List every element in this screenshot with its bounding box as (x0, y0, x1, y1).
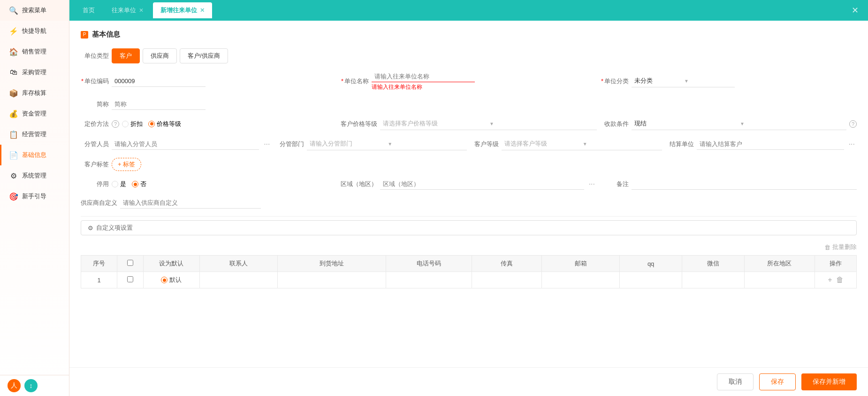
disabled-yes-radio[interactable]: 是 (112, 180, 126, 188)
manager-more-icon[interactable]: ··· (262, 140, 272, 148)
qq-input[interactable] (637, 277, 665, 284)
payment-terms-select[interactable]: 现结 ▼ (632, 117, 846, 130)
department-label: 分管部门 (276, 140, 304, 148)
department-placeholder: 请输入分管部门 (310, 140, 386, 148)
pricing-help-icon[interactable]: ? (112, 120, 119, 128)
unit-type-customer-btn[interactable]: 客户 (112, 48, 140, 63)
remark-group: 备注 (601, 179, 857, 190)
disabled-no-label: 否 (140, 180, 146, 188)
col-default: 设为默认 (144, 256, 200, 272)
unit-type-both-btn[interactable]: 客户/供应商 (180, 48, 228, 63)
tab-unit-list-close[interactable]: ✕ (139, 7, 144, 14)
unit-code-group: 单位编码 (81, 76, 337, 87)
cell-address (277, 272, 386, 288)
pricing-discount-circle (122, 121, 129, 127)
user-avatar[interactable]: 人 (8, 379, 21, 392)
sidebar-item-label: 快捷导航 (22, 27, 46, 35)
default-radio[interactable]: 默认 (148, 276, 195, 284)
save-button[interactable]: 保存 (759, 373, 796, 390)
sidebar-item-basic-info[interactable]: 📄 基础信息 (0, 145, 69, 165)
department-arrow-icon: ▼ (388, 141, 464, 147)
window-close-icon[interactable]: ✕ (848, 3, 862, 17)
disabled-no-radio[interactable]: 否 (132, 180, 146, 188)
payment-terms-group: 收款条件 现结 ▼ ? (601, 117, 857, 130)
short-name-group: 简称 (81, 99, 857, 110)
region-label: 区域（地区） (341, 180, 377, 188)
sidebar-item-system[interactable]: ⚙ 系统管理 (0, 165, 69, 186)
unit-category-select[interactable]: 未分类 ▼ (632, 75, 735, 87)
contact-input[interactable] (220, 277, 257, 284)
sidebar-item-sales[interactable]: 🏠 销售管理 (0, 41, 69, 62)
cell-seq: 1 (81, 272, 117, 288)
sidebar-item-operations[interactable]: 📋 经营管理 (0, 124, 69, 145)
fax-input[interactable] (490, 277, 523, 284)
remark-label: 备注 (601, 180, 629, 188)
customer-level-select[interactable]: 请选择客户等级 ▼ (502, 138, 662, 150)
table-header: 序号 设为默认 联系人 到货地址 电话号码 传真 邮箱 qq 微信 所在地区 操… (81, 256, 857, 272)
col-seq: 序号 (81, 256, 117, 272)
region-cell-input[interactable] (763, 277, 796, 284)
disabled-no-circle (132, 181, 138, 187)
save-new-button[interactable]: 保存并新增 (801, 373, 857, 390)
remark-input[interactable] (632, 179, 857, 190)
sidebar-item-quick-nav[interactable]: ⚡ 快捷导航 (0, 21, 69, 41)
sidebar-item-purchase[interactable]: 🛍 采购管理 (0, 62, 69, 83)
row-checkbox[interactable] (127, 276, 133, 282)
settlement-unit-more-icon[interactable]: ··· (847, 140, 857, 148)
short-name-input[interactable] (112, 99, 206, 110)
gear-icon: ⚙ (9, 171, 18, 180)
col-checkbox (117, 256, 144, 272)
sidebar-item-search[interactable]: 🔍 搜索菜单 (0, 0, 69, 21)
pricing-radio-group: 折扣 价格等级 (122, 120, 181, 128)
department-group: 分管部门 请输入分管部门 ▼ (276, 138, 467, 150)
manager-input[interactable] (112, 139, 259, 150)
select-all-checkbox[interactable] (127, 260, 133, 266)
unit-type-label: 单位类型 (81, 52, 109, 60)
section-header: P 基本信息 (81, 30, 857, 39)
unit-name-input[interactable] (372, 71, 475, 82)
price-level-select[interactable]: 请选择客户价格等级 ▼ (380, 117, 597, 130)
sidebar-item-finance[interactable]: 💰 资金管理 (0, 103, 69, 124)
unit-category-group: 单位分类 未分类 ▼ (601, 75, 857, 87)
unit-type-supplier-btn[interactable]: 供应商 (143, 48, 177, 63)
customer-level-label: 客户等级 (471, 140, 499, 148)
add-tag-button[interactable]: + 标签 (112, 158, 141, 171)
table-body: 1 默认 (81, 272, 857, 288)
address-input[interactable] (304, 277, 360, 284)
supplier-custom-input[interactable] (120, 197, 261, 209)
email-input[interactable] (562, 277, 600, 284)
wechat-input[interactable] (699, 277, 727, 284)
payment-terms-help-icon[interactable]: ? (849, 120, 857, 128)
unit-type-buttons: 客户 供应商 客户/供应商 (112, 48, 228, 63)
add-row-icon[interactable]: + (828, 276, 832, 284)
customer-tag-group: 客户标签 + 标签 (81, 158, 857, 171)
tab-add-unit[interactable]: 新增往来单位 ✕ (153, 2, 212, 18)
delete-row-icon[interactable]: 🗑 (836, 276, 844, 284)
supplier-custom-group: 供应商自定义 (81, 197, 857, 209)
tab-add-unit-close[interactable]: ✕ (200, 7, 205, 14)
bag-icon: 🛍 (9, 68, 18, 77)
unit-name-input-wrapper: 请输入往来单位名称 (372, 71, 597, 91)
tab-home[interactable]: 首页 (75, 2, 102, 18)
region-more-icon[interactable]: ··· (587, 180, 597, 188)
pricing-discount-radio[interactable]: 折扣 (122, 120, 143, 128)
settlement-unit-input[interactable] (697, 139, 844, 150)
batch-delete-label[interactable]: 批量删除 (832, 243, 857, 251)
sidebar-item-inventory[interactable]: 📦 库存核算 (0, 83, 69, 103)
pricing-level-radio[interactable]: 价格等级 (148, 120, 181, 128)
sidebar-item-guide[interactable]: 🎯 新手引导 (0, 186, 69, 207)
cancel-button[interactable]: 取消 (717, 373, 754, 390)
settings-bottom-icon[interactable]: ↕ (24, 379, 38, 392)
short-name-label: 简称 (81, 100, 109, 109)
sidebar-item-label: 系统管理 (22, 171, 46, 180)
batch-delete-area: 🗑 批量删除 (81, 241, 857, 253)
sidebar-item-label: 销售管理 (22, 47, 46, 56)
custom-settings-button[interactable]: ⚙ 自定义项设置 (81, 220, 857, 235)
region-input[interactable] (380, 179, 584, 190)
default-radio-circle (161, 277, 168, 283)
department-select[interactable]: 请输入分管部门 ▼ (307, 138, 467, 150)
tab-unit-list[interactable]: 往来单位 ✕ (104, 2, 151, 18)
phone-input[interactable] (408, 277, 450, 284)
pricing-level-circle (148, 121, 155, 127)
unit-code-input[interactable] (112, 76, 206, 87)
